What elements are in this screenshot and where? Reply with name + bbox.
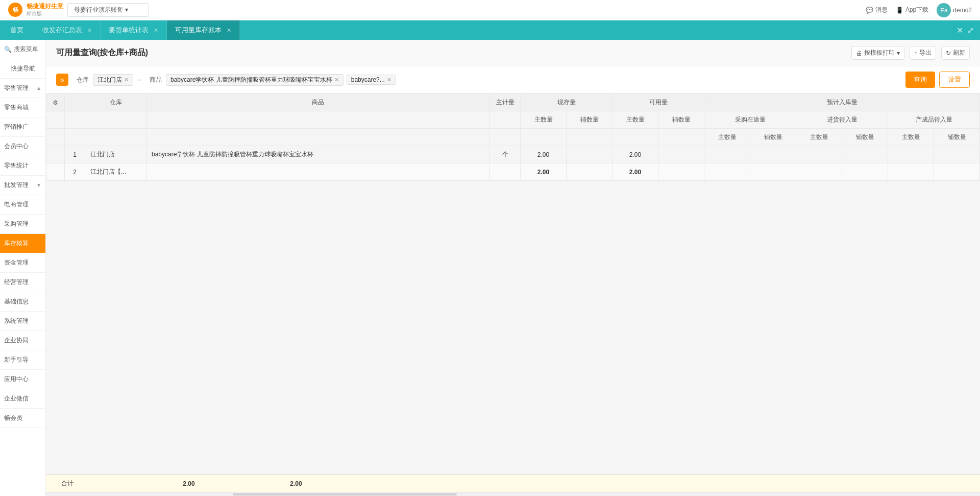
brand-name: 畅捷通好生意 [27,3,63,10]
message-button[interactable]: 💬 消息 [866,6,888,14]
warehouse-tag-remove[interactable]: ✕ [124,77,129,83]
user-menu[interactable]: Ea demo2 [937,3,972,17]
sidebar-item-vip-label: 畅会员 [4,414,22,422]
app-logo: 畅 [8,3,22,17]
sidebar-search[interactable]: 🔍 搜索菜单 [0,40,45,59]
product-tag-2[interactable]: babycare?... ✕ [347,75,396,85]
product-tag-1-remove[interactable]: ✕ [334,77,339,83]
tab-receive-summary[interactable]: 收发存汇总表 ✕ [34,20,101,40]
sidebar-item-wechat[interactable]: 企业微信 [0,389,45,409]
sidebar-item-apps-label: 应用中心 [4,375,29,384]
sidebar-item-basic[interactable]: 基础信息 [0,292,45,312]
horizontal-scrollbar[interactable] [46,492,980,496]
row2-prd-main [888,163,934,181]
th-c-aux [567,129,612,146]
table-row: 1 江北门店 babycare学饮杯 儿童防摔防撞吸管杯重力球吸嘴杯宝宝水杯 个… [46,146,980,163]
sidebar-item-guide[interactable]: 新手引导 [0,350,45,370]
row2-current-main: 2.00 [521,163,567,181]
page-title: 可用量查询(按仓库+商品) [56,48,148,58]
warehouse-filter-group: 仓库 江北门店 ✕ ··· [77,74,141,86]
workspace-selector[interactable]: 母婴行业演示账套 ▾ [67,3,149,17]
footer-label: 合计 [51,479,128,488]
product-tag-2-remove[interactable]: ✕ [387,77,391,83]
tab-close-all-button[interactable]: ✕ [957,26,963,35]
available-main-qty-header: 主数量 [612,111,658,129]
sidebar-item-finance[interactable]: 资金管理 [0,253,45,273]
sidebar-item-operations[interactable]: 经营管理 [0,273,45,292]
row2-pt-main [704,163,750,181]
tab-order-stats[interactable]: 要货单统计表 ✕ [101,20,167,40]
sidebar-item-retail-stats[interactable]: 零售统计 [0,156,45,176]
sidebar-item-system[interactable]: 系统管理 [0,312,45,331]
tab-order-stats-close[interactable]: ✕ [154,27,158,34]
sidebar-item-member[interactable]: 会员中心 [0,137,45,156]
sidebar-nav-shortcut[interactable]: 快捷导航 [0,59,45,79]
row2-unit [490,163,521,181]
num-header [65,94,85,111]
tab-home[interactable]: 首页 [0,20,34,40]
refresh-button[interactable]: ↻ 刷新 [941,46,970,60]
sidebar-item-wholesale[interactable]: 批发管理 ▼ [0,176,45,195]
product-tag-2-value: babycare?... [351,76,385,83]
row1-gear [46,146,65,163]
product-label: 商品 [150,76,162,84]
tab-receive-summary-close[interactable]: ✕ [87,27,92,34]
sidebar-item-apps[interactable]: 应用中心 [0,370,45,389]
chevron-icon: ▼ [36,182,41,188]
warehouse-tag[interactable]: 江北门店 ✕ [93,74,133,86]
sidebar-search-label: 搜索菜单 [14,45,38,54]
refresh-icon: ↻ [946,50,951,57]
th-product-sub [146,111,490,129]
row1-pt-aux [750,146,796,163]
sidebar-item-marketing[interactable]: 营销推广 [0,117,45,137]
th-warehouse-3 [85,129,146,146]
brand-sub: 标准版 [27,10,63,17]
sidebar-item-basic-label: 基础信息 [4,297,29,306]
row1-pp-aux [842,146,888,163]
filter-expand-button[interactable]: » [56,74,68,86]
current-main-qty-header: 主数量 [521,111,567,129]
row2-num: 2 [65,163,85,181]
print-button[interactable]: 🖨 按模板打印 ▾ [851,46,904,60]
row2-gear [46,163,65,181]
product-tag-1[interactable]: babycare学饮杯 儿童防摔防撞吸管杯重力球吸嘴杯宝宝水杯 ✕ [166,74,344,86]
row2-warehouse: 江北门店【... [85,163,146,181]
sidebar-item-vip[interactable]: 畅会员 [0,409,45,428]
product-filter-group: 商品 babycare学饮杯 儿童防摔防撞吸管杯重力球吸嘴杯宝宝水杯 ✕ bab… [150,74,396,86]
prd-aux-header: 辅数量 [934,129,980,146]
export-button[interactable]: ↑ 导出 [910,46,936,60]
query-button[interactable]: 查询 [905,72,935,88]
sidebar-item-enterprise-label: 企业协同 [4,336,29,345]
top-bar-right: 💬 消息 📱 App下载 Ea demo2 [866,3,972,17]
row2-pp-main [796,163,842,181]
current-stock-header: 现存量 [521,94,612,111]
tab-available-stock-label: 可用量库存账本 [175,26,222,35]
sidebar-item-retail-label: 零售管理 [4,84,29,92]
sidebar-item-ecommerce[interactable]: 电商管理 [0,195,45,215]
row1-current-aux [567,146,612,163]
warehouse-label: 仓库 [77,76,89,84]
row1-prd-main [888,146,934,163]
warehouse-more[interactable]: ··· [136,76,141,83]
sidebar-item-purchase[interactable]: 采购管理 [0,215,45,234]
tab-fullscreen-button[interactable]: ⤢ [967,26,974,35]
footer-available-main: 2.00 [265,480,327,487]
warehouse-tags: 江北门店 ✕ ··· [93,74,141,86]
setting-button[interactable]: 设置 [939,72,970,88]
row1-pt-main [704,146,750,163]
pp-main-header: 主数量 [796,129,842,146]
row1-prd-aux [934,146,980,163]
sidebar-item-inventory[interactable]: 库存核算 [0,234,45,253]
th-gear-sub [46,111,65,129]
sidebar-item-ecommerce-label: 电商管理 [4,200,29,209]
pt-aux-header: 辅数量 [750,129,796,146]
row1-current-main: 2.00 [521,146,567,163]
sidebar-item-retail-mall[interactable]: 零售商城 [0,98,45,117]
app-download-button[interactable]: 📱 App下载 [896,6,928,14]
tab-home-label: 首页 [10,26,23,35]
tab-available-stock-close[interactable]: ✕ [227,27,231,34]
tab-available-stock[interactable]: 可用量库存账本 ✕ [167,20,240,40]
message-icon: 💬 [866,7,873,14]
sidebar-item-enterprise[interactable]: 企业协同 [0,331,45,350]
sidebar-item-retail[interactable]: 零售管理 ▲ [0,79,45,98]
